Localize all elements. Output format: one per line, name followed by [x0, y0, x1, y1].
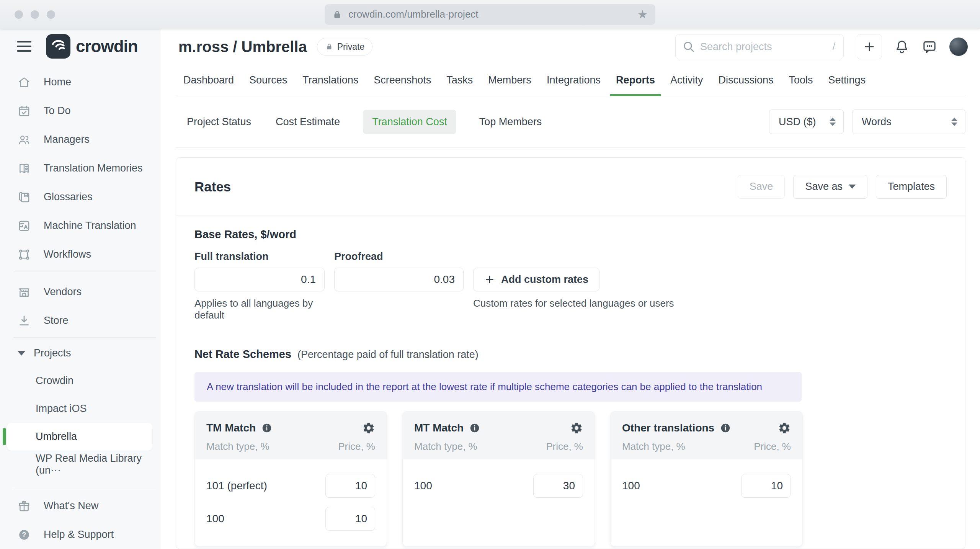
- project-header: m.ross / Umbrella Private /: [160, 29, 980, 65]
- currency-select[interactable]: USD ($): [769, 109, 844, 134]
- crowdin-logo[interactable]: crowdin: [46, 34, 138, 59]
- window-controls[interactable]: [15, 10, 55, 19]
- sidebar-item-home[interactable]: Home: [0, 68, 160, 96]
- info-icon[interactable]: [469, 422, 480, 434]
- price-input[interactable]: [741, 474, 791, 498]
- price-input[interactable]: [533, 474, 583, 498]
- address-bar[interactable]: crowdin.com/umbrella-project ★: [325, 4, 655, 25]
- sidebar-item-machine-translation[interactable]: Machine Translation: [0, 211, 160, 240]
- subtab-cost-estimate[interactable]: Cost Estimate: [274, 110, 341, 134]
- search-input[interactable]: [675, 34, 844, 59]
- rates-header: Rates Save Save as Templates: [176, 158, 965, 216]
- avatar[interactable]: [949, 38, 968, 56]
- save-as-button[interactable]: Save as: [793, 175, 867, 199]
- subtab-translation-cost[interactable]: Translation Cost: [363, 110, 456, 134]
- search-projects: /: [675, 34, 844, 59]
- sidebar-item-vendors[interactable]: Vendors: [0, 278, 160, 306]
- sidebar-item-translation-memories[interactable]: Translation Memories: [0, 154, 160, 183]
- sidebar-item-label: Glossaries: [44, 191, 93, 203]
- tab-discussions[interactable]: Discussions: [719, 65, 774, 96]
- sidebar-project-raven-app[interactable]: Raven App: [0, 479, 160, 487]
- tab-screenshots[interactable]: Screenshots: [374, 65, 431, 96]
- add-custom-rates-label: Add custom rates: [501, 274, 588, 286]
- window-minimize-button[interactable]: [31, 10, 39, 19]
- project-label: WP Real Media Library (un···: [36, 453, 160, 476]
- sidebar: crowdin Home To Do Managers T: [0, 29, 160, 549]
- notifications-button[interactable]: [894, 39, 910, 54]
- sidebar-item-todo[interactable]: To Do: [0, 96, 160, 125]
- calendar-check-icon: [18, 105, 31, 118]
- messages-button[interactable]: [922, 39, 937, 54]
- sidebar-item-label: Help & Support: [44, 529, 114, 541]
- gear-icon[interactable]: [362, 422, 375, 435]
- proofread-input[interactable]: [334, 268, 464, 291]
- tab-tasks[interactable]: Tasks: [446, 65, 473, 96]
- updown-arrows-icon: [941, 118, 957, 126]
- sidebar-item-store[interactable]: Store: [0, 306, 160, 335]
- sidebar-item-whats-new[interactable]: What's New: [0, 492, 160, 520]
- tab-translations[interactable]: Translations: [302, 65, 358, 96]
- hamburger-menu-icon[interactable]: [17, 41, 31, 52]
- gear-icon[interactable]: [570, 422, 583, 435]
- plus-icon: [863, 41, 875, 53]
- gear-icon[interactable]: [778, 422, 791, 435]
- svg-text:?: ?: [22, 531, 26, 538]
- price-input[interactable]: [325, 474, 375, 498]
- bookmark-star-icon[interactable]: ★: [637, 9, 648, 20]
- match-type-label: 100: [414, 480, 432, 492]
- tab-tools[interactable]: Tools: [789, 65, 813, 96]
- info-icon[interactable]: [261, 422, 273, 434]
- tab-sources[interactable]: Sources: [249, 65, 287, 96]
- tab-integrations[interactable]: Integrations: [547, 65, 601, 96]
- col-price: Price, %: [754, 441, 791, 453]
- unit-select[interactable]: Words: [852, 109, 965, 134]
- tab-dashboard[interactable]: Dashboard: [183, 65, 234, 96]
- full-translation-hint: Applies to all languages by default: [194, 297, 325, 321]
- scheme-card-other-translations: Other translations Match type,: [610, 411, 803, 547]
- tab-members[interactable]: Members: [488, 65, 531, 96]
- sidebar-project-crowdin[interactable]: Crowdin: [0, 367, 160, 395]
- sidebar-item-workflows[interactable]: Workflows: [0, 240, 160, 269]
- sidebar-item-label: Machine Translation: [44, 220, 136, 232]
- info-icon[interactable]: [720, 422, 731, 434]
- add-custom-rates-button[interactable]: Add custom rates: [473, 268, 599, 291]
- window-close-button[interactable]: [15, 10, 23, 19]
- tab-settings[interactable]: Settings: [828, 65, 866, 96]
- brand-wordmark: crowdin: [76, 37, 138, 56]
- base-rates-heading: Base Rates, $/word: [194, 228, 947, 241]
- sidebar-item-managers[interactable]: Managers: [0, 125, 160, 154]
- proofread-label: Proofread: [334, 251, 464, 263]
- sidebar-item-label: Translation Memories: [44, 162, 143, 174]
- sidebar-item-glossaries[interactable]: Glossaries: [0, 183, 160, 211]
- tab-activity[interactable]: Activity: [670, 65, 703, 96]
- subtab-top-members[interactable]: Top Members: [478, 110, 544, 134]
- sidebar-divider: [14, 489, 156, 489]
- main-content: m.ross / Umbrella Private /: [160, 29, 980, 549]
- page-title: m.ross / Umbrella: [178, 38, 307, 56]
- sidebar-project-impact-ios[interactable]: Impact iOS: [0, 395, 160, 423]
- col-match-type: Match type, %: [622, 441, 685, 453]
- price-input[interactable]: [325, 507, 375, 531]
- save-button[interactable]: Save: [738, 175, 785, 199]
- full-translation-input[interactable]: [194, 268, 325, 291]
- scheme-row: 100: [622, 474, 791, 498]
- create-project-button[interactable]: [857, 34, 882, 59]
- users-icon: [18, 133, 31, 146]
- sidebar-project-wp-real-media-library[interactable]: WP Real Media Library (un···: [0, 451, 160, 479]
- sidebar-item-help-support[interactable]: ? Help & Support: [0, 520, 160, 549]
- window-zoom-button[interactable]: [47, 10, 55, 19]
- scheme-title: MT Match: [414, 422, 464, 434]
- glossary-book-icon: [18, 191, 31, 204]
- download-icon: [18, 314, 31, 327]
- sidebar-project-umbrella[interactable]: Umbrella: [7, 423, 152, 451]
- rates-title: Rates: [194, 179, 231, 194]
- sidebar-projects-toggle[interactable]: Projects: [0, 340, 160, 367]
- scheme-row: 101 (perfect): [206, 474, 375, 498]
- templates-button[interactable]: Templates: [876, 175, 947, 199]
- tab-reports[interactable]: Reports: [616, 65, 655, 96]
- subtab-project-status[interactable]: Project Status: [185, 110, 253, 134]
- lock-icon: [325, 42, 333, 51]
- match-type-label: 100: [622, 480, 640, 492]
- match-type-label: 101 (perfect): [206, 480, 267, 492]
- save-as-label: Save as: [805, 181, 843, 193]
